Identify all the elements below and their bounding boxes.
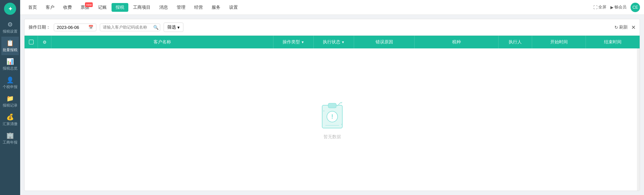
th-executor: 执行人: [499, 36, 532, 48]
th-customer-name: 客户名称: [51, 36, 273, 48]
topnav-item-home[interactable]: 首页: [24, 3, 41, 12]
member-button[interactable]: ▶ 畅会员: [610, 4, 627, 10]
sidebar-item-baoshui-jilu[interactable]: 📁 报税记录: [1, 92, 19, 111]
toolbar: 操作日期： 📅 🔍 筛选 ▾ ↻ 刷新 ✕: [25, 19, 640, 36]
topnav-item-customer[interactable]: 客户: [42, 3, 58, 12]
calendar-icon: 📅: [88, 25, 93, 30]
svg-point-7: [323, 110, 325, 112]
baoshui-zonlan-icon: 📊: [6, 58, 14, 65]
baoshui-shezhi-label: 报税设置: [3, 29, 17, 34]
topnav-item-baoshui[interactable]: 报税: [112, 3, 128, 12]
app-logo[interactable]: ✦: [4, 3, 16, 15]
filter-icon-op-type[interactable]: ▼: [301, 40, 304, 44]
table-scrollbar[interactable]: [637, 48, 640, 191]
piliang-baoshui-icon: 📋: [6, 39, 14, 47]
date-input-wrapper: 📅: [54, 24, 96, 31]
badge-piao: new: [85, 2, 93, 7]
svg-rect-1: [328, 103, 336, 108]
svg-marker-5: [341, 102, 342, 104]
filter-icon-exec-status[interactable]: ▼: [341, 40, 345, 44]
avatar[interactable]: CE: [631, 3, 640, 12]
th-error-reason: 错误原因: [354, 36, 415, 48]
topnav-item-shezhi[interactable]: 设置: [225, 3, 242, 12]
svg-text:!: !: [331, 113, 333, 120]
topnav-item-shoufei[interactable]: 收费: [59, 3, 76, 12]
video-icon: ▶: [610, 5, 613, 10]
sidebar-item-piliang-baoshui[interactable]: 📋 批量报税: [1, 37, 19, 55]
select-all-checkbox[interactable]: [29, 40, 34, 44]
piliang-baoshui-label: 批量报税: [3, 47, 17, 52]
th-end-time: 结束时间: [586, 36, 640, 48]
topnav-item-piao[interactable]: 票据new: [77, 3, 93, 12]
baoshui-jilu-label: 报税记录: [3, 103, 17, 108]
topnav: 首页客户收费票据new记账报税工商项目消息管理经营服务设置 ⛶ 全屏 ▶ 畅会员…: [20, 0, 644, 15]
sidebar-item-geshui-shenbao[interactable]: 👤 个税申报: [1, 74, 19, 92]
table-body: ! 暂无数据: [25, 48, 640, 191]
sidebar-item-baoshui-zonlan[interactable]: 📊 报税总览: [1, 55, 19, 74]
table-header: ⚙ 客户名称 操作类型 ▼ 执行状态 ▼ 错误原因 税种: [25, 36, 640, 48]
th-exec-status: 执行状态 ▼: [314, 36, 354, 48]
topnav-item-ji[interactable]: 记账: [94, 3, 111, 12]
date-label: 操作日期：: [29, 24, 50, 30]
sidebar: ✦ ⚙ 报税设置 📋 批量报税 📊 报税总览 👤 个税申报 📁 报税记录 💰 汇…: [0, 0, 20, 195]
th-tax-type: 税种: [415, 36, 499, 48]
baoshui-shezhi-icon: ⚙: [7, 21, 13, 28]
topnav-right: ⛶ 全屏 ▶ 畅会员 CE: [593, 3, 640, 12]
search-wrapper: 🔍: [100, 24, 160, 31]
geshui-shenbao-icon: 👤: [6, 76, 14, 84]
topnav-items: 首页客户收费票据new记账报税工商项目消息管理经营服务设置: [24, 3, 593, 12]
search-input[interactable]: [103, 25, 153, 30]
th-settings[interactable]: ⚙: [38, 36, 51, 48]
settings-icon: ⚙: [43, 40, 47, 45]
huisuan-jiaona-label: 汇算清缴: [3, 121, 17, 126]
gongshang-nianbao-label: 工商年报: [3, 140, 17, 145]
sidebar-item-baoshui-shezhi[interactable]: ⚙ 报税设置: [1, 18, 19, 37]
refresh-button[interactable]: ↻ 刷新: [614, 24, 628, 30]
date-input[interactable]: [57, 25, 87, 30]
fullscreen-button[interactable]: ⛶ 全屏: [593, 4, 606, 10]
svg-point-8: [341, 124, 342, 125]
content: 操作日期： 📅 🔍 筛选 ▾ ↻ 刷新 ✕: [20, 15, 644, 195]
th-checkbox[interactable]: [25, 36, 38, 48]
sidebar-item-huisuan-jiaona[interactable]: 💰 汇算清缴: [1, 111, 19, 129]
topnav-item-xiaoxi[interactable]: 消息: [155, 3, 172, 12]
topnav-item-jingying[interactable]: 经营: [190, 3, 207, 12]
topnav-item-guanli[interactable]: 管理: [173, 3, 189, 12]
refresh-icon: ↻: [614, 25, 618, 30]
empty-state-icon: !: [319, 99, 346, 131]
chevron-down-icon: ▾: [177, 25, 180, 30]
empty-illustration: ! 暂无数据: [319, 99, 346, 140]
th-op-type: 操作类型 ▼: [273, 36, 314, 48]
fullscreen-icon: ⛶: [593, 5, 597, 10]
close-button[interactable]: ✕: [631, 24, 636, 31]
geshui-shenbao-label: 个税申报: [3, 84, 17, 89]
main-area: 首页客户收费票据new记账报税工商项目消息管理经营服务设置 ⛶ 全屏 ▶ 畅会员…: [20, 0, 644, 195]
sidebar-item-gongshang-nianbao[interactable]: 🏢 工商年报: [1, 129, 19, 148]
huisuan-jiaona-icon: 💰: [6, 113, 14, 121]
baoshui-zonlan-label: 报税总览: [3, 66, 17, 71]
gongshang-nianbao-icon: 🏢: [6, 132, 14, 139]
topnav-item-gongshang[interactable]: 工商项目: [129, 3, 155, 12]
baoshui-jilu-icon: 📁: [6, 95, 14, 102]
topnav-item-fuwu[interactable]: 服务: [208, 3, 224, 12]
table-container: 操作日期： 📅 🔍 筛选 ▾ ↻ 刷新 ✕: [24, 19, 640, 191]
th-start-time: 开始时间: [532, 36, 586, 48]
filter-button[interactable]: 筛选 ▾: [164, 23, 183, 32]
search-icon: 🔍: [153, 25, 159, 30]
empty-text: 暂无数据: [324, 134, 341, 140]
